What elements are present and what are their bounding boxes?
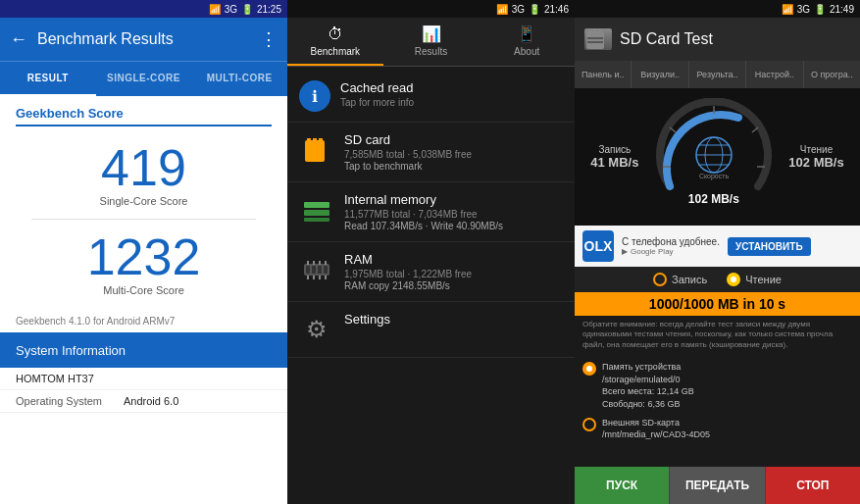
about-tab-icon: 📱 xyxy=(517,25,536,43)
write-label: Запись xyxy=(590,144,638,155)
bench-item-internal[interactable]: Internal memory 11,577MB total · 7,034MB… xyxy=(287,182,575,242)
time-display-2: 21:46 xyxy=(544,4,569,15)
svg-rect-18 xyxy=(319,276,321,279)
internal-content: Internal memory 11,577MB total · 7,034MB… xyxy=(344,192,563,231)
multi-core-label: Multi-Core Score xyxy=(16,284,272,296)
tab-multi-core[interactable]: MULTI-CORE xyxy=(191,62,287,96)
internal-name: Internal memory xyxy=(344,192,563,207)
bench-item-settings[interactable]: ⚙ Settings xyxy=(287,302,575,358)
more-button[interactable]: ⋮ xyxy=(260,28,278,50)
tab-benchmark[interactable]: ⏱ Benchmark xyxy=(287,18,383,66)
write-value: 41 MB/s xyxy=(590,155,638,170)
sdcard-name: SD card xyxy=(344,132,563,147)
svg-rect-12 xyxy=(307,261,309,265)
svg-rect-2 xyxy=(313,138,317,144)
sdcard-sub: 7,585MB total · 5,038MB free xyxy=(344,149,563,160)
radio-read-inner xyxy=(731,277,736,282)
radio-read[interactable]: Чтение xyxy=(727,273,782,286)
back-button[interactable]: ← xyxy=(10,29,27,50)
speed-banner: 1000/1000 MB in 10 s xyxy=(575,292,860,316)
sub-tab-about[interactable]: О програ.. xyxy=(804,61,860,88)
network-indicator-2: 📶 xyxy=(496,4,508,15)
tab-result[interactable]: RESULT xyxy=(0,62,96,96)
benchmark-list: ℹ Cached read Tap for more info SD card … xyxy=(287,67,575,504)
single-core-label: Single-Core Score xyxy=(16,195,272,207)
settings-name: Settings xyxy=(344,312,563,327)
internal-bench-icon xyxy=(299,192,334,227)
sdcard-title: SD Card Test xyxy=(620,30,713,48)
svg-rect-13 xyxy=(313,261,315,265)
os-row: Operating System Android 6.0 xyxy=(0,390,287,413)
storage-option-external[interactable]: Внешняя SD-карта /mnt/media_rw/CAD3-4D05 xyxy=(582,414,852,444)
install-button[interactable]: УСТАНОВИТЬ xyxy=(728,237,811,256)
svg-rect-23 xyxy=(598,29,601,34)
header-sdcard: SD Card Test xyxy=(575,18,860,61)
radio-read-label: Чтение xyxy=(745,274,782,285)
panel-geekbench: 📶 3G 🔋 21:25 ← Benchmark Results ⋮ RESUL… xyxy=(0,0,287,504)
internal-detail: Read 107.34MB/s · Write 40.90MB/s xyxy=(344,221,563,231)
ram-name: RAM xyxy=(344,252,563,267)
panel-sdcard: 📶 3G 🔋 21:49 SD Card Test Панель и.. Виз… xyxy=(575,0,860,504)
sub-tab-settings[interactable]: Настрой.. xyxy=(746,61,803,88)
radio-read-circle xyxy=(727,273,740,286)
os-value: Android 6.0 xyxy=(124,395,178,407)
cached-content: Cached read Tap for more info xyxy=(340,80,563,108)
sub-tab-result[interactable]: Результа.. xyxy=(689,61,746,88)
bench-item-sdcard[interactable]: SD card 7,585MB total · 5,038MB free Tap… xyxy=(287,123,575,182)
ram-bench-icon xyxy=(299,252,334,287)
svg-rect-24 xyxy=(587,37,603,39)
results-tab-icon: 📊 xyxy=(422,25,441,43)
header-geekbench: ← Benchmark Results ⋮ xyxy=(0,18,287,61)
storage-option-internal[interactable]: Память устройства /storage/emulated/0 Вс… xyxy=(582,358,852,413)
svg-rect-15 xyxy=(325,261,327,265)
storage-options: Память устройства /storage/emulated/0 Вс… xyxy=(575,354,860,448)
svg-rect-5 xyxy=(304,210,329,216)
internal-sub: 11,577MB total · 7,034MB free xyxy=(344,209,563,220)
radio-write-circle xyxy=(653,273,667,286)
bench-item-cached[interactable]: ℹ Cached read Tap for more info xyxy=(287,71,575,123)
transfer-button[interactable]: ПЕРЕДАТЬ xyxy=(670,467,765,504)
tab-single-core[interactable]: SINGLE-CORE xyxy=(96,62,192,96)
svg-text:Скорость: Скорость xyxy=(699,173,730,180)
geekbench-score-title: Geekbench Score xyxy=(16,106,272,126)
battery-icon: 🔋 xyxy=(241,4,253,15)
svg-rect-11 xyxy=(324,266,328,274)
bottom-buttons: ПУСК ПЕРЕДАТЬ СТОП xyxy=(575,467,860,504)
svg-rect-14 xyxy=(319,261,321,265)
stop-button[interactable]: СТОП xyxy=(766,467,860,504)
ad-banner: OLX С телефона удобнее. ▶ Google Play УС… xyxy=(575,226,860,267)
gauge-center-value: 102 MB/s xyxy=(688,192,739,206)
bench-item-ram[interactable]: RAM 1,975MB total · 1,222MB free RAM cop… xyxy=(287,242,575,302)
tab-results[interactable]: 📊 Results xyxy=(383,18,480,66)
panel-benchmark: 📶 3G 🔋 21:46 ⏱ Benchmark 📊 Results 📱 Abo… xyxy=(287,0,575,504)
radio-write[interactable]: Запись xyxy=(653,273,707,286)
network-type-2: 3G xyxy=(512,4,525,15)
ram-sub: 1,975MB total · 1,222MB free xyxy=(344,269,563,279)
sdcard-detail: Tap to benchmark xyxy=(344,161,563,172)
cached-sub: Tap for more info xyxy=(340,97,563,108)
geekbench-version: Geekbench 4.1.0 for Android ARMv7 xyxy=(0,310,287,332)
start-button[interactable]: ПУСК xyxy=(575,467,670,504)
tab-bar-geekbench: RESULT SINGLE-CORE MULTI-CORE xyxy=(0,61,287,96)
network-type: 3G xyxy=(225,4,237,15)
ad-text: С телефона удобнее. xyxy=(622,236,720,247)
write-section: Запись 41 MB/s xyxy=(590,144,638,170)
svg-rect-17 xyxy=(313,276,315,279)
svg-rect-10 xyxy=(318,266,322,274)
storage-radio-internal xyxy=(582,362,596,376)
sub-tab-panel[interactable]: Панель и.. xyxy=(575,61,632,88)
read-value: 102 MB/s xyxy=(788,155,843,170)
results-tab-label: Results xyxy=(415,46,447,57)
tab-about[interactable]: 📱 About xyxy=(479,18,575,66)
os-label: Operating System xyxy=(16,395,124,407)
network-indicator: 📶 xyxy=(209,4,221,15)
sub-tab-visual[interactable]: Визуали.. xyxy=(632,61,688,88)
svg-rect-3 xyxy=(319,138,323,144)
notice-text: Обратите внимание: всегда делайте тест з… xyxy=(575,316,860,354)
read-label: Чтение xyxy=(788,144,843,155)
read-section: Чтение 102 MB/s xyxy=(788,144,843,170)
header-benchmark: ⏱ Benchmark 📊 Results 📱 About xyxy=(287,18,575,67)
device-name-row: HOMTOM HT37 xyxy=(0,368,287,390)
time-display-3: 21:49 xyxy=(830,4,854,15)
cached-name: Cached read xyxy=(340,80,563,95)
